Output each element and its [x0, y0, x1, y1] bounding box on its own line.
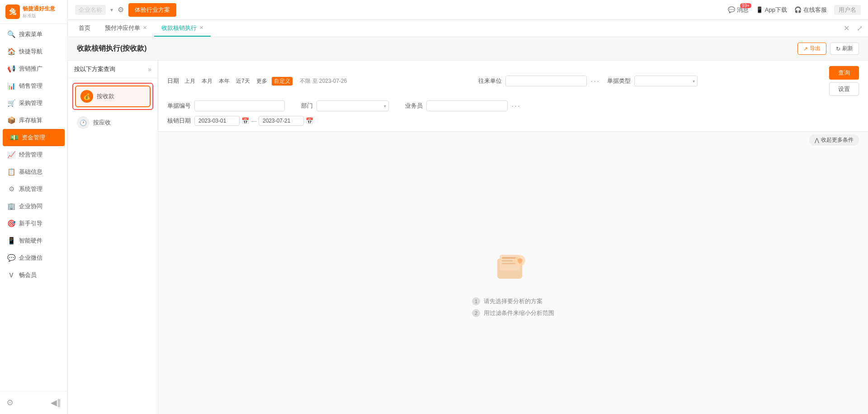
last-7days-btn[interactable]: 近7天	[234, 77, 252, 86]
dept-select[interactable]	[316, 100, 389, 111]
sidebar-item-basic-info[interactable]: 📋 基础信息	[0, 163, 67, 181]
custom-date-btn[interactable]: 自定义	[272, 77, 292, 86]
solution-button[interactable]: 体验行业方案	[128, 3, 176, 17]
filter-row-2: 单据编号 部门 ▾ 业务员	[167, 100, 859, 111]
collapse-sidebar-icon[interactable]: ◀‖	[48, 395, 64, 410]
query-button[interactable]: 查询	[829, 66, 859, 80]
this-year-btn[interactable]: 本年	[217, 77, 231, 86]
message-badge: 99+	[740, 3, 751, 8]
sidebar-item-inventory[interactable]: 📦 库存核算	[0, 112, 67, 129]
tab-bar: 首页 预付冲应付单 ✕ 收款核销执行 ✕ ✕ ⤢	[68, 20, 868, 37]
doc-no-group: 单据编号	[167, 100, 285, 111]
message-icon: 💬	[728, 6, 735, 13]
doc-type-label: 单据类型	[607, 77, 631, 85]
finance-icon: 💵	[10, 133, 18, 142]
sidebar-item-operation[interactable]: 📈 经营管理	[0, 146, 67, 163]
doc-no-input[interactable]	[194, 100, 285, 111]
verify-date-end-cal-icon[interactable]: 📅	[306, 117, 313, 124]
sidebar-item-finance[interactable]: 💵 资金管理	[3, 129, 65, 146]
filter-row-3: 核销日期 📅 — 📅	[167, 116, 859, 126]
dept-select-wrapper: ▾	[316, 100, 389, 111]
sales-icon: 📊	[7, 82, 15, 90]
close-tab-icon[interactable]: ✕	[842, 23, 851, 33]
panel-collapse-icon[interactable]: »	[148, 66, 151, 73]
corp-collab-icon: 🏢	[7, 202, 15, 210]
verify-date-start-cal-icon[interactable]: 📅	[241, 117, 249, 124]
refresh-button[interactable]: ↻ 刷新	[830, 43, 859, 55]
tab-prepay[interactable]: 预付冲应付单 ✕	[98, 20, 154, 37]
selected-filter-box: 💰 按收款	[72, 83, 153, 110]
message-button[interactable]: 💬 消息 99+	[728, 6, 749, 14]
date-shortcuts: 上月 本月 本年 近7天 更多 自定义	[183, 77, 292, 86]
page-actions: ↗ 导出 ↻ 刷新	[797, 43, 859, 55]
topbar-chevron-icon[interactable]: ▾	[110, 7, 113, 13]
dept-group: 部门 ▾	[301, 100, 389, 111]
vip-icon: V	[7, 271, 15, 279]
last-month-btn[interactable]: 上月	[183, 77, 197, 86]
sidebar-item-sales[interactable]: 📊 销售管理	[0, 77, 67, 95]
tab-home[interactable]: 首页	[71, 20, 98, 37]
query-actions: 查询 设置	[829, 66, 859, 96]
sidebar-item-vip[interactable]: V 畅会员	[0, 266, 67, 284]
expand-tab-icon[interactable]: ⤢	[855, 23, 864, 33]
verify-date-start-input[interactable]	[194, 116, 240, 126]
topbar-left: 企业名称 ▾ ⚙ 体验行业方案	[75, 3, 176, 17]
sidebar-item-wechat[interactable]: 💬 企业微信	[0, 249, 67, 266]
filter-bar: 日期 上月 本月 本年 近7天 更多 自定义 不限 至 2023-07-26	[158, 61, 868, 132]
left-filter-panel: 按以下方案查询 » 💰 按收款 🕐 按应收	[68, 61, 158, 414]
filter-settings-button[interactable]: 设置	[829, 82, 859, 96]
tab-prepay-close[interactable]: ✕	[143, 25, 147, 31]
sidebar-item-marketing[interactable]: 📢 营销推广	[0, 60, 67, 77]
tab-receipt-verify[interactable]: 收款核销执行 ✕	[154, 20, 211, 37]
date-note: 不限 至 2023-07-26	[300, 77, 347, 85]
date-range-dash: —	[251, 118, 257, 124]
verify-date-end-input[interactable]	[259, 116, 304, 126]
service-icon: 🎧	[794, 6, 802, 13]
sidebar-bottom: ⚙ ◀‖	[0, 391, 67, 414]
online-service-button[interactable]: 🎧 在线客服	[794, 6, 827, 14]
operation-icon: 📈	[7, 151, 15, 159]
user-info[interactable]: 用户名	[834, 5, 861, 15]
refresh-icon: ↻	[836, 46, 840, 52]
counterparty-input[interactable]	[505, 76, 587, 86]
sidebar-item-search[interactable]: 🔍 搜索菜单	[0, 26, 67, 43]
app-download-button[interactable]: 📱 App下载	[756, 6, 787, 14]
more-date-btn[interactable]: 更多	[255, 77, 269, 86]
empty-tip-2: 2 用过滤条件来缩小分析范围	[472, 309, 554, 317]
sidebar-item-corp-collab[interactable]: 🏢 企业协同	[0, 198, 67, 215]
export-button[interactable]: ↗ 导出	[797, 43, 826, 55]
doc-no-label: 单据编号	[167, 102, 191, 110]
sidebar: 兔 畅捷通好生意 标准版 🔍 搜索菜单 🏠 快捷导航 📢 营销推广 📊 销售管理…	[0, 0, 68, 414]
sidebar-item-smart-hw[interactable]: 📱 智能硬件	[0, 232, 67, 249]
collapse-more-button[interactable]: ⋀ 收起更多条件	[809, 134, 859, 146]
filter-options: 💰 按收款 🕐 按应收	[68, 78, 158, 137]
counterparty-group: 往来单位 ···	[478, 76, 600, 86]
topbar-gear-icon[interactable]: ⚙	[118, 5, 124, 14]
sidebar-item-beginner[interactable]: 🎯 新手引导	[0, 215, 67, 232]
doc-type-select[interactable]	[634, 76, 698, 86]
counterparty-more-icon[interactable]: ···	[590, 76, 600, 86]
smart-hw-icon: 📱	[7, 237, 15, 245]
sidebar-item-system[interactable]: ⚙ 系统管理	[0, 181, 67, 198]
right-panel: 日期 上月 本月 本年 近7天 更多 自定义 不限 至 2023-07-26	[158, 61, 868, 414]
wechat-icon: 💬	[7, 254, 15, 262]
this-month-btn[interactable]: 本月	[200, 77, 214, 86]
verify-date-range: 📅 — 📅	[194, 116, 313, 126]
svg-rect-3	[502, 260, 513, 262]
basic-info-icon: 📋	[7, 168, 15, 176]
staff-more-icon[interactable]: ···	[511, 101, 521, 111]
staff-input[interactable]	[426, 100, 508, 111]
tab-receipt-verify-close[interactable]: ✕	[199, 25, 203, 31]
filter-by-receipt[interactable]: 💰 按收款	[75, 86, 151, 107]
collapse-icon: ⋀	[815, 137, 819, 143]
filter-by-receivable[interactable]: 🕐 按应收	[72, 113, 153, 133]
beginner-icon: 🎯	[7, 219, 15, 228]
marketing-icon: 📢	[7, 65, 15, 73]
staff-label: 业务员	[405, 102, 423, 110]
topbar: 企业名称 ▾ ⚙ 体验行业方案 💬 消息 99+ 📱 App下载 🎧 在线客服 …	[68, 0, 868, 20]
sidebar-item-purchase[interactable]: 🛒 采购管理	[0, 95, 67, 112]
sidebar-item-quick-nav[interactable]: 🏠 快捷导航	[0, 43, 67, 60]
tip-num-1: 1	[472, 297, 480, 305]
system-icon: ⚙	[7, 185, 15, 193]
settings-bottom-icon[interactable]: ⚙	[4, 395, 16, 410]
